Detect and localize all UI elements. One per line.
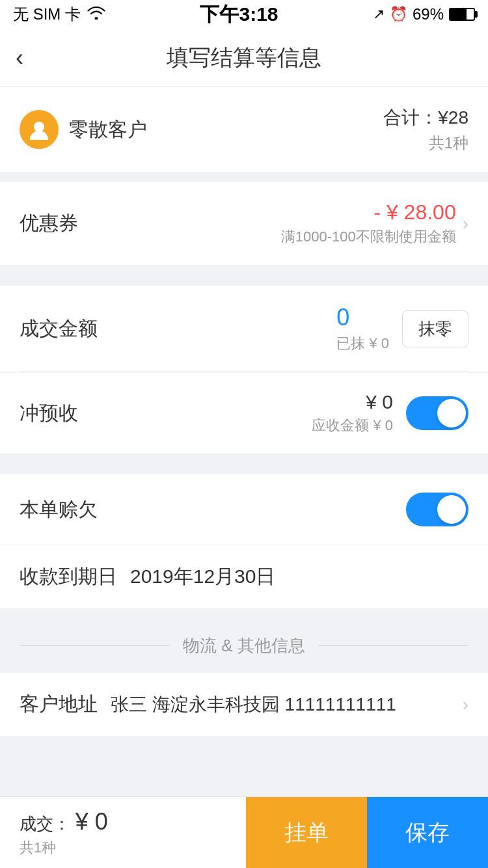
transaction-amount: 0 [336, 304, 349, 331]
logistics-title: 物流 & 其他信息 [170, 634, 318, 657]
round-off-button[interactable]: 抹零 [402, 310, 468, 347]
coupon-row[interactable]: 优惠券 - ¥ 28.00 满1000-100不限制使用金额 › [0, 182, 488, 265]
address-value: 张三 海淀永丰科技园 11111111111 [98, 692, 463, 717]
transaction-sub-text: 已抹 ¥ 0 [336, 334, 389, 353]
pre-amount-value: ¥ 0 [312, 391, 393, 413]
pre-amount-sub: 应收金额 ¥ 0 [312, 416, 393, 435]
section-separator-3 [0, 608, 488, 619]
customer-row: 零散客户 合计：¥28 共1种 [0, 87, 488, 172]
customer-section: 零散客户 合计：¥28 共1种 [0, 87, 488, 172]
status-left: 无 SIM 卡 [13, 4, 105, 25]
section-separator-1 [0, 275, 488, 286]
status-right: ↗ ⏰ 69% [373, 5, 475, 23]
page-header: ‹ 填写结算等信息 [0, 29, 488, 87]
pre-receive-row: 冲预收 ¥ 0 应收金额 ¥ 0 [0, 372, 488, 454]
transaction-section: 成交金额 0 已抹 ¥ 0 抹零 冲预收 ¥ 0 应收金额 ¥ 0 [0, 286, 488, 454]
logistics-line-right [318, 645, 468, 646]
bottom-deal-line: 成交： ¥ 0 [20, 808, 226, 835]
pre-receive-toggle[interactable] [406, 396, 468, 430]
save-button[interactable]: 保存 [367, 797, 488, 869]
address-section: 客户地址 张三 海淀永丰科技园 11111111111 › [0, 673, 488, 736]
coupon-right: - ¥ 28.00 满1000-100不限制使用金额 › [281, 200, 468, 247]
coupon-label: 优惠券 [20, 210, 78, 237]
status-time: 下午3:18 [200, 1, 278, 28]
transaction-row: 成交金额 0 已抹 ¥ 0 抹零 [0, 286, 488, 372]
avatar [20, 110, 59, 149]
total-amount: 合计：¥28 [383, 105, 468, 130]
due-date-value: 2019年12月30日 [130, 563, 275, 590]
bottom-info: 成交： ¥ 0 共1种 [0, 808, 246, 858]
transaction-label: 成交金额 [20, 316, 98, 342]
customer-info-left: 零散客户 [20, 110, 147, 149]
bottom-count: 共1种 [20, 838, 226, 858]
credit-section: 本单赊欠 收款到期日 2019年12月30日 [0, 474, 488, 608]
pre-receive-label: 冲预收 [20, 400, 78, 427]
due-date-label: 收款到期日 [20, 563, 117, 590]
carrier-label: 无 SIM 卡 [13, 4, 81, 25]
credit-label: 本单赊欠 [20, 496, 98, 523]
credit-toggle[interactable] [406, 493, 468, 526]
pre-receive-right: ¥ 0 应收金额 ¥ 0 [312, 391, 468, 435]
credit-toggle-knob [437, 495, 466, 524]
content-area: 零散客户 合计：¥28 共1种 优惠券 - ¥ 28.00 满1000-100不… [0, 87, 488, 868]
logistics-header: 物流 & 其他信息 [0, 619, 488, 673]
pre-amount-info: ¥ 0 应收金额 ¥ 0 [312, 391, 393, 435]
customer-name: 零散客户 [69, 116, 147, 143]
back-button[interactable]: ‹ [16, 44, 23, 72]
battery-percentage: 69% [413, 5, 444, 23]
bottom-deal-amount: ¥ 0 [75, 808, 108, 835]
svg-point-0 [34, 122, 44, 132]
address-label: 客户地址 [20, 691, 98, 718]
logistics-line-left [20, 645, 170, 646]
wifi-icon [87, 5, 105, 23]
section-separator-2 [0, 454, 488, 464]
total-count: 共1种 [383, 133, 468, 154]
bottom-bar: 成交： ¥ 0 共1种 挂单 保存 [0, 796, 488, 868]
pending-button[interactable]: 挂单 [246, 797, 367, 869]
transaction-right: 0 已抹 ¥ 0 抹零 [336, 304, 468, 353]
page-title: 填写结算等信息 [167, 43, 321, 73]
address-row[interactable]: 客户地址 张三 海淀永丰科技园 11111111111 › [0, 673, 488, 736]
chevron-right-icon: › [463, 213, 468, 234]
address-chevron-icon: › [463, 694, 468, 715]
battery-icon [449, 8, 475, 21]
status-bar: 无 SIM 卡 下午3:18 ↗ ⏰ 69% [0, 0, 488, 29]
location-icon: ↗ [373, 6, 385, 23]
credit-row: 本单赊欠 [0, 474, 488, 545]
alarm-icon: ⏰ [390, 6, 407, 23]
toggle-knob [437, 399, 466, 427]
due-date-row: 收款到期日 2019年12月30日 [0, 545, 488, 608]
coupon-amount: - ¥ 28.00 [281, 200, 456, 224]
coupon-info: - ¥ 28.00 满1000-100不限制使用金额 [281, 200, 456, 247]
coupon-desc: 满1000-100不限制使用金额 [281, 227, 456, 247]
customer-total: 合计：¥28 共1种 [383, 105, 468, 154]
bottom-deal-label: 成交： [20, 814, 70, 834]
